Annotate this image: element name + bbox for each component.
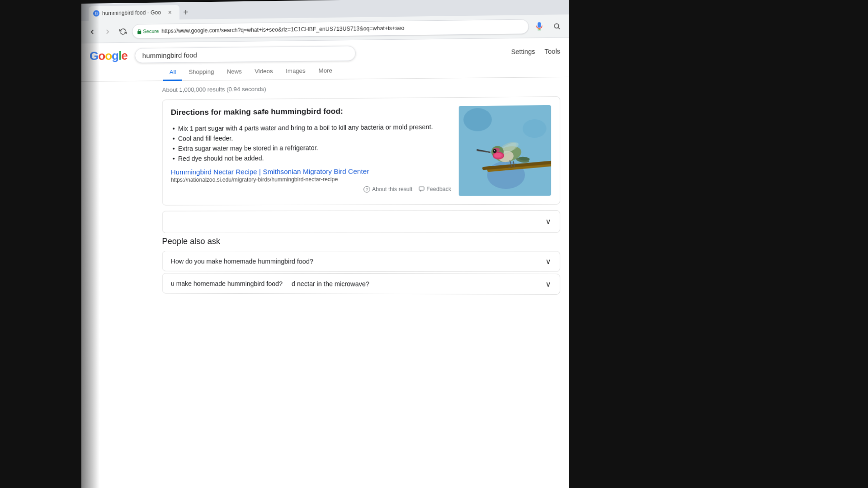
chevron-down-icon: ∨ <box>546 217 552 226</box>
snippet-title: Directions for making safe hummingbird f… <box>171 106 451 117</box>
collapsed-result-1[interactable]: ∨ <box>162 210 561 233</box>
tab-shopping[interactable]: Shopping <box>182 64 220 81</box>
svg-point-5 <box>523 119 547 138</box>
ask-item-2[interactable]: u make homemade hummingbird food? d nect… <box>162 273 561 295</box>
snippet-footer-actions: ? About this result Feedback <box>171 186 451 193</box>
refresh-button[interactable] <box>117 25 129 38</box>
ask-chevron-1: ∨ <box>546 257 552 266</box>
svg-point-1 <box>554 23 559 28</box>
mic-button[interactable] <box>532 19 547 33</box>
back-button[interactable] <box>86 25 99 38</box>
tab-images[interactable]: Images <box>279 63 312 80</box>
ask-question-1: How do you make homemade hummingbird foo… <box>171 258 313 265</box>
search-input-container[interactable]: hummingbird food <box>135 46 355 63</box>
about-result-btn[interactable]: ? About this result <box>363 186 412 193</box>
tab-news[interactable]: News <box>220 64 248 80</box>
results-count: About 1,000,000 results (0.94 seconds) <box>162 83 561 93</box>
search-query: hummingbird food <box>142 51 197 59</box>
svg-rect-0 <box>137 31 141 34</box>
search-button[interactable] <box>550 19 564 33</box>
chrome-browser: G hummingbird food - Goo × + <box>81 0 569 488</box>
tab-all[interactable]: All <box>163 65 183 81</box>
secure-label: Secure <box>143 28 159 33</box>
ask-question-2: u make homemade hummingbird food? d nect… <box>171 280 369 287</box>
feedback-label: Feedback <box>426 186 451 192</box>
snippet-content: Directions for making safe hummingbird f… <box>171 106 451 197</box>
feedback-btn[interactable]: Feedback <box>419 186 451 192</box>
svg-point-18 <box>494 153 502 157</box>
mic-icon <box>534 22 544 31</box>
svg-point-22 <box>494 150 495 151</box>
url-text: https://www.google.com/search?q=what+is+… <box>161 23 524 34</box>
snippet-source-footer: Hummingbird Nectar Recipe | Smithsonian … <box>171 167 451 183</box>
active-tab[interactable]: G hummingbird food - Goo × <box>89 5 179 21</box>
google-page: Google hummingbird food Settings Tools A… <box>81 38 569 488</box>
people-also-ask-section: People also ask How do you make homemade… <box>162 237 561 295</box>
ask-chevron-2: ∨ <box>546 280 552 289</box>
google-logo: Google <box>90 49 127 63</box>
svg-rect-2 <box>419 187 424 190</box>
main-content: About 1,000,000 results (0.94 seconds) D… <box>81 77 569 488</box>
people-also-ask-title: People also ask <box>162 237 561 247</box>
hummingbird-image[interactable] <box>459 105 551 196</box>
about-result-label: About this result <box>372 186 412 193</box>
header-right: Settings Tools <box>511 47 561 56</box>
about-icon: ? <box>363 186 370 192</box>
tab-more[interactable]: More <box>312 63 339 80</box>
snippet-bullet-3: • Extra sugar water may be stored in a r… <box>171 142 451 154</box>
featured-snippet: Directions for making safe hummingbird f… <box>162 96 561 205</box>
forward-button[interactable] <box>101 25 114 38</box>
svg-point-4 <box>463 108 492 131</box>
secure-indicator: Secure <box>137 28 159 34</box>
settings-link[interactable]: Settings <box>511 47 535 55</box>
tab-favicon: G <box>93 10 99 16</box>
tab-close-icon[interactable]: × <box>167 9 173 15</box>
tab-videos[interactable]: Videos <box>248 63 279 80</box>
svg-point-21 <box>494 150 496 152</box>
url-bar[interactable]: Secure https://www.google.com/search?q=w… <box>132 19 529 38</box>
snippet-list: • Mix 1 part sugar with 4 parts water an… <box>171 122 451 164</box>
search-icon <box>553 22 561 30</box>
ask-item-1[interactable]: How do you make homemade hummingbird foo… <box>162 251 561 272</box>
snippet-source-link[interactable]: Hummingbird Nectar Recipe | Smithsonian … <box>171 167 451 176</box>
tab-title: hummingbird food - Goo <box>102 9 164 17</box>
snippet-source-url: https://nationalzoo.si.edu/migratory-bir… <box>171 176 451 183</box>
snippet-bullet-4: • Red dye should not be added. <box>171 152 451 164</box>
new-tab-btn[interactable]: + <box>179 7 192 18</box>
tools-link[interactable]: Tools <box>545 47 560 55</box>
